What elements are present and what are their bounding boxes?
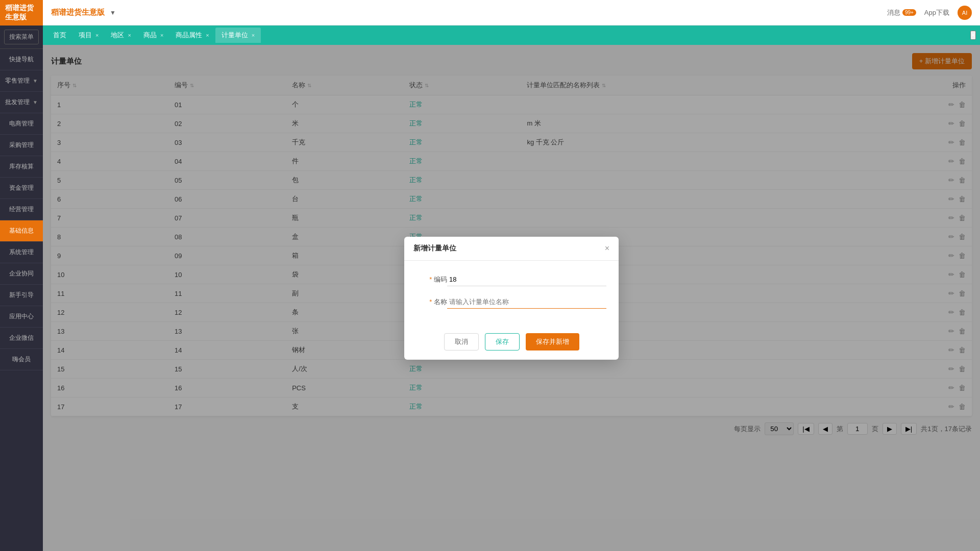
name-label: 名称 <box>416 297 447 307</box>
sidebar-item-label: 系统管理 <box>9 248 34 256</box>
sidebar-item-wholesale[interactable]: 批发管理▼ <box>0 92 43 113</box>
modal-title: 新增计量单位 <box>413 244 456 253</box>
tab-首页[interactable]: 首页 <box>47 28 72 43</box>
sidebar-item-stock[interactable]: 库存核算 <box>0 156 43 178</box>
sidebar-logo: 稻谱进货生意版 <box>0 0 43 26</box>
tab-地区[interactable]: 地区× <box>105 28 137 43</box>
sidebar-item-label: 资金管理 <box>9 184 34 191</box>
form-row-code: 编码 <box>416 273 606 286</box>
sidebar-item-partner[interactable]: 企业协同 <box>0 263 43 285</box>
code-input[interactable] <box>447 273 606 286</box>
cancel-button[interactable]: 取消 <box>444 333 479 350</box>
main-area: 稻谱进货生意版 ▼ 消息 99+ App下载 AI 首页项目×地区×商品×商品属… <box>43 0 980 551</box>
tab-计量单位[interactable]: 计量单位× <box>215 28 261 43</box>
avatar[interactable]: AI <box>958 6 972 20</box>
code-label: 编码 <box>416 275 447 284</box>
form-row-name: 名称 <box>416 295 606 309</box>
sidebar-item-label: 库存核算 <box>9 163 34 170</box>
sidebar-item-quick-nav[interactable]: 快捷导航 <box>0 49 43 70</box>
notice-button[interactable]: 消息 99+ <box>887 8 916 17</box>
sidebar-item-label: 企业协同 <box>9 270 34 277</box>
sidebar-item-label: 经营管理 <box>9 206 34 213</box>
tabs-bar: 首页项目×地区×商品×商品属性×计量单位× × <box>43 26 980 45</box>
sidebar-item-label: 快捷导航 <box>9 56 34 63</box>
sidebar-item-label: 基础信息 <box>9 227 34 234</box>
sidebar-item-app-center[interactable]: 应用中心 <box>0 306 43 328</box>
sidebar-item-finance[interactable]: 资金管理 <box>0 178 43 199</box>
save-button[interactable]: 保存 <box>485 333 520 350</box>
tab-label: 商品属性 <box>176 31 202 40</box>
name-input[interactable] <box>447 295 606 309</box>
topbar-left: 稻谱进货生意版 ▼ <box>51 8 116 17</box>
sidebar-item-label: 嗨会员 <box>12 356 31 363</box>
sidebar-item-label: 零售管理 <box>5 77 30 85</box>
sidebar-item-label: 应用中心 <box>9 313 34 320</box>
sidebar-item-label: 电商管理 <box>9 120 34 127</box>
sidebar-item-label: 批发管理 <box>5 98 30 107</box>
notice-label: 消息 <box>887 8 900 17</box>
sidebar-item-system[interactable]: 系统管理 <box>0 242 43 263</box>
sidebar-item-operation[interactable]: 经营管理 <box>0 199 43 220</box>
tab-项目[interactable]: 项目× <box>72 28 105 43</box>
app-download-button[interactable]: App下载 <box>924 8 949 17</box>
sidebar-item-ecommerce[interactable]: 电商管理 <box>0 113 43 135</box>
modal-close-button[interactable]: × <box>605 244 609 253</box>
sidebar-item-label: 新手引导 <box>9 291 34 298</box>
close-all-tabs-button[interactable]: × <box>970 31 976 40</box>
modal-header: 新增计量单位 × <box>404 237 619 261</box>
tabs-container: 首页项目×地区×商品×商品属性×计量单位× <box>47 28 970 43</box>
sidebar-item-label: 采购管理 <box>9 141 34 148</box>
content-area: 计量单位 + 新增计量单位 序号 ⇅ 编号 ⇅ 名称 ⇅ 状态 ⇅ 计量单位匹配… <box>43 45 980 551</box>
tab-close-icon[interactable]: × <box>128 32 131 38</box>
tab-label: 项目 <box>79 31 92 40</box>
modal-footer: 取消 保存 保存并新增 <box>404 327 619 360</box>
app-download-label: App下载 <box>924 8 949 17</box>
add-unit-modal: 新增计量单位 × 编码 名称 取消 保存 保存并新增 <box>404 237 619 360</box>
arrow-icon: ▼ <box>33 99 38 105</box>
notice-badge: 99+ <box>902 9 916 16</box>
tab-close-icon[interactable]: × <box>252 32 255 38</box>
tab-label: 首页 <box>53 31 66 40</box>
tab-商品属性[interactable]: 商品属性× <box>169 28 215 43</box>
tab-label: 计量单位 <box>222 31 248 40</box>
sidebar-item-retail[interactable]: 零售管理▼ <box>0 70 43 92</box>
tab-label: 地区 <box>111 31 124 40</box>
topbar: 稻谱进货生意版 ▼ 消息 99+ App下载 AI <box>43 0 980 26</box>
search-menu-button[interactable]: 搜索菜单 <box>4 30 39 44</box>
sidebar-navigation: 快捷导航零售管理▼批发管理▼电商管理采购管理库存核算资金管理经营管理基础信息系统… <box>0 49 43 370</box>
sidebar-item-purchase[interactable]: 采购管理 <box>0 135 43 156</box>
sidebar-item-base-data[interactable]: 基础信息 <box>0 220 43 242</box>
save-and-new-button[interactable]: 保存并新增 <box>526 333 579 350</box>
sidebar: 稻谱进货生意版 搜索菜单 快捷导航零售管理▼批发管理▼电商管理采购管理库存核算资… <box>0 0 43 551</box>
arrow-icon: ▼ <box>33 78 38 84</box>
logo-text: 稻谱进货生意版 <box>5 4 38 22</box>
topbar-right: 消息 99+ App下载 AI <box>887 6 972 20</box>
sidebar-item-label: 企业微信 <box>9 334 34 341</box>
sidebar-item-guide[interactable]: 新手引导 <box>0 285 43 306</box>
sidebar-search-area: 搜索菜单 <box>0 26 43 49</box>
brand-name: 稻谱进货生意版 <box>51 8 105 17</box>
tab-商品[interactable]: 商品× <box>137 28 169 43</box>
tab-close-icon[interactable]: × <box>160 32 163 38</box>
modal-body: 编码 名称 <box>404 261 619 327</box>
brand-dropdown[interactable]: ▼ <box>110 9 116 16</box>
sidebar-item-enterprise[interactable]: 企业微信 <box>0 328 43 349</box>
tab-label: 商品 <box>143 31 157 40</box>
modal-overlay: 新增计量单位 × 编码 名称 取消 保存 保存并新增 <box>43 45 980 551</box>
tab-close-icon[interactable]: × <box>95 32 99 38</box>
sidebar-item-member[interactable]: 嗨会员 <box>0 349 43 370</box>
tab-close-icon[interactable]: × <box>206 32 209 38</box>
